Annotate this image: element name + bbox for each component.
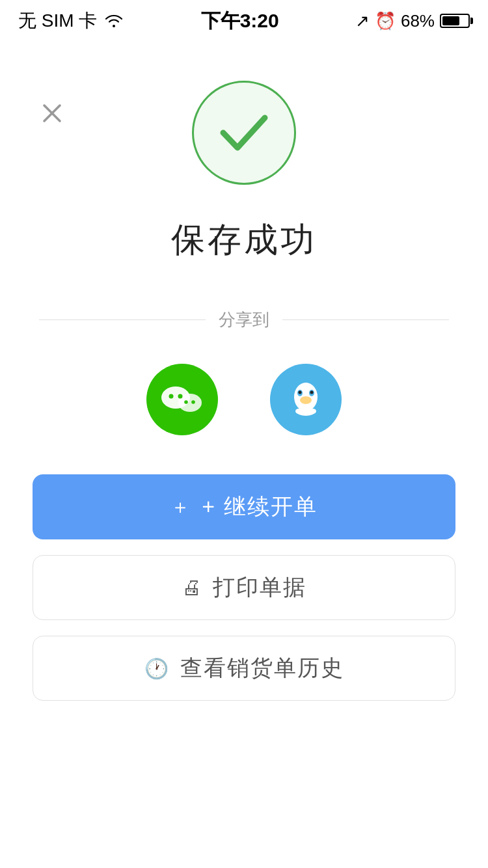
battery-fill bbox=[442, 16, 459, 25]
qq-logo-icon bbox=[287, 377, 325, 422]
history-label: 查看销货单历史 bbox=[180, 653, 344, 683]
status-bar: 无 SIM 卡 下午3:20 ↗ ⏰ 68% bbox=[0, 0, 488, 42]
close-button[interactable] bbox=[33, 94, 72, 133]
status-time: 下午3:20 bbox=[201, 8, 279, 34]
continue-order-label: + 继续开单 bbox=[202, 492, 317, 522]
qq-share-button[interactable] bbox=[270, 364, 342, 435]
wifi-icon bbox=[103, 13, 124, 29]
success-icon-circle bbox=[192, 81, 296, 185]
share-section: 分享到 bbox=[0, 308, 488, 435]
battery-percent: 68% bbox=[401, 11, 435, 31]
svg-point-6 bbox=[184, 400, 188, 404]
history-button[interactable]: 🕐 查看销货单历史 bbox=[33, 636, 455, 701]
print-label: 打印单据 bbox=[213, 573, 306, 603]
checkmark-icon bbox=[218, 110, 270, 156]
svg-point-7 bbox=[191, 400, 195, 404]
alarm-icon: ⏰ bbox=[375, 11, 396, 31]
share-label: 分享到 bbox=[219, 308, 269, 331]
svg-point-12 bbox=[310, 391, 314, 394]
status-left: 无 SIM 卡 bbox=[18, 8, 124, 33]
action-buttons: ＋ + 继续开单 🖨 打印单据 🕐 查看销货单历史 bbox=[0, 474, 488, 701]
status-right: ↗ ⏰ 68% bbox=[355, 11, 470, 31]
print-button[interactable]: 🖨 打印单据 bbox=[33, 555, 455, 620]
battery-icon bbox=[440, 14, 470, 28]
svg-point-4 bbox=[169, 394, 174, 399]
share-icons-row bbox=[146, 364, 342, 435]
svg-point-11 bbox=[299, 391, 302, 394]
divider-right bbox=[282, 319, 449, 320]
svg-point-13 bbox=[300, 396, 312, 404]
wechat-logo-icon bbox=[160, 381, 204, 418]
wechat-share-button[interactable] bbox=[146, 364, 218, 435]
plus-icon: ＋ bbox=[170, 494, 191, 521]
carrier-label: 无 SIM 卡 bbox=[18, 8, 97, 33]
history-icon: 🕐 bbox=[144, 657, 170, 680]
svg-point-5 bbox=[178, 394, 183, 399]
printer-icon: 🖨 bbox=[182, 576, 202, 599]
close-icon bbox=[40, 102, 64, 125]
divider-left bbox=[39, 319, 206, 320]
svg-point-15 bbox=[295, 409, 302, 414]
svg-point-16 bbox=[310, 409, 316, 414]
share-divider-row: 分享到 bbox=[0, 308, 488, 331]
location-icon: ↗ bbox=[355, 11, 370, 31]
main-content: 保存成功 分享到 bbox=[0, 42, 488, 868]
success-title: 保存成功 bbox=[171, 217, 317, 263]
continue-order-button[interactable]: ＋ + 继续开单 bbox=[33, 474, 455, 539]
